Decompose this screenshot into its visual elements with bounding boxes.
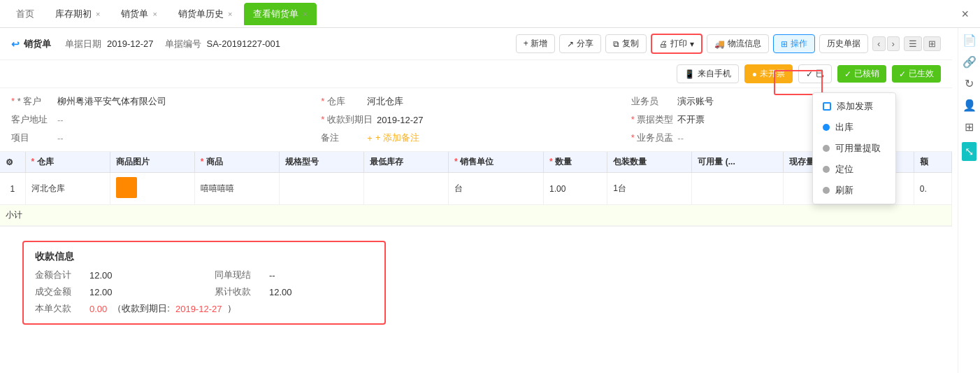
table-header-row: ⚙ * 仓库 商品图片 * 商品 规格型号 最低库存 * 销售单位 * 数量 包… (0, 152, 952, 173)
next-button[interactable]: › (887, 36, 900, 51)
tab-sales-order[interactable]: 销货单 × (112, 3, 166, 25)
cumulative-value: 12.00 (269, 287, 292, 297)
list-view-button[interactable]: ☰ (904, 36, 922, 51)
confirm-button[interactable]: ✓ 已 (798, 64, 832, 83)
tab-inventory-init[interactable]: 库存期初 × (46, 3, 109, 25)
grid-view-button[interactable]: ⊞ (923, 36, 941, 51)
operate-button[interactable]: ⊞ 操作 (773, 34, 815, 53)
outbound-icon (823, 124, 830, 131)
form-fields: * * 客户 柳州粤港平安气体有限公司 * 仓库 河北仓库 业务员 演示账号 客… (0, 88, 952, 152)
form-header: ↩ 销货单 单据日期 2019-12-27 单据编号 SA-20191227-0… (0, 28, 952, 60)
date-label: 单据日期 2019-12-27 (65, 38, 154, 50)
logistics-button[interactable]: 🚚 物流信息 (707, 34, 769, 53)
remark-label: 备注 (321, 132, 363, 144)
project-field: 项目 -- (11, 132, 321, 144)
tab-history-close[interactable]: × (228, 10, 232, 18)
right-sidebar: 📄 🔗 ↻ 👤 ⊞ ⤡ (958, 28, 980, 373)
col-available: 可用量 (... (692, 152, 784, 173)
product-image (116, 177, 137, 198)
payment-box: 收款信息 金额合计 12.00 同单现结 -- 成交金额 12.00 (22, 241, 386, 325)
refresh-icon (823, 187, 830, 194)
user-circle-icon[interactable]: 👤 (963, 99, 977, 112)
col-spec: 规格型号 (279, 152, 363, 173)
fullscreen-icon[interactable]: ⤡ (962, 142, 977, 161)
tab-check-sales[interactable]: 查看销货单 × (244, 3, 316, 25)
total-amount-value: 12.00 (89, 270, 113, 281)
dropdown-locate[interactable]: 定位 (813, 159, 895, 180)
row-no: 1 (0, 173, 25, 205)
not-open-button[interactable]: ● 未开票 (744, 64, 793, 83)
from-mobile-button[interactable]: 📱 来自手机 (677, 64, 739, 83)
form-icon: ↩ (11, 38, 20, 50)
customer-value: 柳州粤港平安气体有限公司 (57, 95, 166, 108)
total-amount-label: 金额合计 (35, 269, 84, 281)
duedate-label: * 收款到期日 (321, 113, 373, 126)
sold-icon: ✓ (844, 69, 851, 79)
dropdown-refresh[interactable]: 刷新 (813, 180, 895, 201)
col-amount: 额 (914, 152, 951, 173)
row-pack-qty: 1台 (607, 173, 692, 205)
prev-button[interactable]: ‹ (872, 36, 885, 51)
form-meta: 单据日期 2019-12-27 单据编号 SA-20191227-001 (65, 38, 280, 50)
table-row: 1 河北仓库 嘻嘻嘻嘻 台 1.00 1台 12.00 (0, 173, 952, 205)
debt-end: ） (227, 302, 236, 315)
col-product: * 商品 (194, 152, 279, 173)
ticket-label: * 票据类型 (631, 113, 674, 126)
customer-field: * * 客户 柳州粤港平安气体有限公司 (11, 95, 321, 108)
outbound-label: 出库 (835, 121, 853, 134)
col-settings: ⚙ (0, 152, 25, 173)
confirm-icon: ✓ (806, 69, 813, 79)
project-value: -- (57, 133, 64, 143)
tab-check-close[interactable]: × (303, 10, 307, 18)
share-button[interactable]: ↗ 分享 (559, 34, 601, 53)
table-container: ⚙ * 仓库 商品图片 * 商品 规格型号 最低库存 * 销售单位 * 数量 包… (0, 152, 952, 227)
form-title-group: ↩ 销货单 (11, 38, 51, 50)
payment-title: 收款信息 (35, 251, 373, 263)
link-icon[interactable]: 🔗 (963, 55, 977, 69)
add-note-icon: + (367, 133, 373, 143)
logistics-icon: 🚚 (714, 39, 725, 49)
address-label: 客户地址 (11, 113, 53, 126)
copy-icon: ⧉ (613, 39, 619, 49)
dropdown-add-invoice[interactable]: 添加发票 (813, 96, 895, 117)
tab-inventory-close[interactable]: × (96, 10, 100, 18)
refresh-circle-icon[interactable]: ↻ (965, 77, 974, 90)
tab-inventory-label: 库存期初 (55, 8, 92, 20)
available-qty-label: 可用量提取 (835, 142, 881, 155)
tab-home[interactable]: 首页 (7, 3, 43, 25)
add-button[interactable]: + 新增 (516, 34, 555, 53)
same-order-label: 同单现结 (215, 269, 264, 281)
tab-bar: 首页 库存期初 × 销货单 × 销货单历史 × 查看销货单 × × (0, 0, 980, 28)
debt-label: 本单欠款 (35, 302, 84, 315)
history-button[interactable]: 历史单据 (819, 34, 868, 53)
mobile-icon: 📱 (684, 69, 695, 79)
salesperson-label: * 业务员盂 (631, 132, 674, 144)
tab-sales-close[interactable]: × (152, 10, 157, 18)
address-field: 客户地址 -- (11, 113, 321, 126)
already-sold-button[interactable]: ✓ 已核销 (837, 65, 886, 83)
dropdown-outbound[interactable]: 出库 (813, 117, 895, 138)
view-icons: ☰ ⊞ (904, 36, 941, 51)
table-icon[interactable]: ⊞ (965, 120, 974, 134)
main-close-button[interactable]: × (961, 7, 969, 22)
deal-amount-row: 成交金额 12.00 (35, 286, 194, 298)
available-qty-icon (823, 145, 830, 152)
tab-history-label: 销货单历史 (178, 8, 224, 20)
doc-icon[interactable]: 📄 (963, 34, 977, 47)
cumulative-row: 累计收款 12.00 (215, 286, 373, 298)
add-note-button[interactable]: + + 添加备注 (367, 132, 419, 144)
row-sales-unit: 台 (448, 173, 543, 205)
tab-sales-history[interactable]: 销货单历史 × (169, 3, 241, 25)
already-effect-button[interactable]: ✓ 已生效 (892, 65, 941, 83)
print-button[interactable]: 🖨 打印 ▾ (651, 34, 702, 54)
add-invoice-label: 添加发票 (837, 100, 873, 113)
dropdown-available-qty[interactable]: 可用量提取 (813, 138, 895, 159)
locate-label: 定位 (835, 163, 853, 176)
debt-value: 0.00 (89, 304, 107, 314)
cumulative-label: 累计收款 (215, 286, 264, 298)
copy-button[interactable]: ⧉ 复制 (605, 34, 647, 53)
form-title-text: 销货单 (24, 38, 51, 50)
staff-value: 演示账号 (677, 95, 714, 108)
ticket-icon: ● (752, 69, 757, 79)
dropdown-menu: 添加发票 出库 可用量提取 定位 刷新 (812, 92, 896, 204)
